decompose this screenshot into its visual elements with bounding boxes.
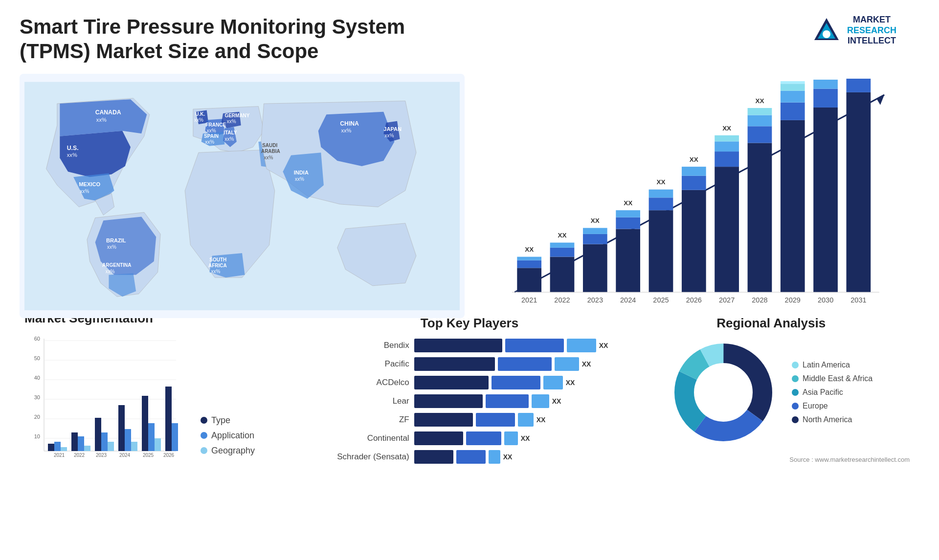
svg-text:2026: 2026	[686, 296, 702, 303]
header: Smart Tire Pressure Monitoring System (T…	[20, 15, 919, 64]
player-row-schrader: Schrader (Sensata) XX	[331, 450, 608, 464]
player-bar-pacific: XX	[414, 357, 608, 371]
svg-rect-64	[715, 141, 739, 151]
legend-dot-application	[201, 432, 207, 439]
reg-label-apac: Asia Pacific	[803, 388, 843, 397]
reg-label-mea: Middle East & Africa	[803, 374, 872, 383]
segmentation-legend: Type Application Geography	[201, 415, 255, 456]
svg-text:40: 40	[34, 375, 40, 381]
svg-rect-114	[48, 444, 54, 451]
legend-dot-geography	[201, 447, 207, 454]
svg-text:JAPAN: JAPAN	[383, 126, 402, 131]
svg-text:XX: XX	[591, 217, 600, 224]
svg-text:2025: 2025	[653, 296, 669, 303]
bar-seg2-bendix	[505, 339, 564, 352]
svg-text:XX: XX	[525, 246, 534, 253]
svg-rect-80	[813, 80, 838, 89]
player-name-continental: Continental	[331, 433, 409, 443]
bar-chart-section: XX XX XX XX XX	[474, 74, 919, 318]
bar-seg2-pacific	[498, 357, 552, 371]
svg-text:xx%: xx%	[194, 117, 203, 123]
svg-text:xx%: xx%	[107, 244, 116, 250]
svg-text:XX: XX	[656, 178, 665, 186]
svg-text:xx%: xx%	[207, 128, 216, 133]
svg-rect-83	[847, 79, 871, 92]
svg-rect-115	[54, 442, 61, 451]
reg-dot-na	[792, 416, 799, 423]
svg-text:xx%: xx%	[264, 154, 273, 160]
svg-rect-82	[847, 92, 871, 292]
regional-legend: Latin America Middle East & Africa Asia …	[792, 361, 872, 424]
svg-text:2029: 2029	[785, 296, 801, 303]
player-name-bendix: Bendix	[331, 341, 409, 350]
reg-label-latin: Latin America	[803, 361, 850, 369]
legend-label-type: Type	[211, 415, 230, 426]
svg-rect-55	[649, 197, 673, 210]
svg-rect-59	[682, 176, 706, 190]
svg-text:AFRICA: AFRICA	[208, 263, 227, 268]
svg-text:ITALY: ITALY	[224, 130, 237, 135]
donut-chart	[670, 339, 777, 446]
player-row-acdelco: ACDelco XX	[331, 376, 608, 389]
svg-rect-58	[682, 190, 706, 292]
svg-text:10: 10	[34, 433, 40, 439]
segmentation-chart-svg: 60 50 40 30 20 10	[24, 334, 181, 471]
svg-text:2024: 2024	[620, 296, 636, 303]
svg-text:CANADA: CANADA	[95, 109, 121, 116]
bar-seg3-pacific	[555, 357, 579, 371]
svg-rect-78	[813, 108, 838, 292]
svg-text:ARABIA: ARABIA	[261, 149, 280, 154]
player-xx-lear: XX	[552, 397, 561, 405]
bar-seg1-schrader	[414, 450, 453, 464]
player-xx-bendix: XX	[599, 342, 608, 349]
regional-section: Regional Analysis	[623, 311, 919, 471]
svg-text:2028: 2028	[752, 296, 767, 303]
svg-rect-39	[517, 260, 541, 268]
svg-rect-134	[165, 387, 172, 451]
svg-rect-75	[781, 84, 805, 91]
player-xx-pacific: XX	[582, 360, 591, 368]
reg-dot-mea	[792, 375, 799, 382]
svg-rect-124	[108, 442, 114, 451]
svg-rect-43	[550, 248, 575, 257]
bar-seg2-continental	[466, 431, 501, 445]
svg-text:2021: 2021	[54, 452, 65, 458]
svg-rect-65	[715, 135, 739, 141]
svg-rect-44	[550, 242, 575, 247]
svg-rect-132	[155, 438, 161, 451]
svg-text:xx%: xx%	[106, 269, 115, 274]
key-players-section: Top Key Players Bendix XX Pacific	[321, 311, 618, 471]
page: Smart Tire Pressure Monitoring System (T…	[0, 0, 939, 560]
svg-rect-126	[118, 405, 125, 451]
svg-text:xx%: xx%	[224, 136, 234, 142]
logo-block: MARKET RESEARCH INTELLECT	[812, 15, 919, 46]
svg-text:xx%: xx%	[227, 119, 236, 124]
reg-legend-apac: Asia Pacific	[792, 388, 872, 397]
player-row-zf: ZF XX	[331, 413, 608, 427]
svg-text:xx%: xx%	[96, 117, 107, 123]
reg-legend-mea: Middle East & Africa	[792, 374, 872, 383]
svg-text:20: 20	[34, 414, 40, 420]
svg-text:U.K.: U.K.	[195, 111, 205, 116]
svg-text:2024: 2024	[119, 452, 131, 458]
bar-seg2-schrader	[456, 450, 486, 464]
svg-rect-63	[715, 151, 739, 167]
svg-rect-62	[715, 167, 739, 292]
reg-legend-latin: Latin America	[792, 361, 872, 369]
reg-label-na: North America	[803, 415, 852, 424]
svg-rect-76	[781, 81, 805, 84]
bar-seg1-zf	[414, 413, 473, 427]
svg-text:XX: XX	[690, 156, 698, 163]
bar-seg3-continental	[504, 431, 518, 445]
svg-rect-68	[748, 126, 772, 143]
svg-text:2031: 2031	[850, 296, 866, 303]
svg-rect-52	[616, 210, 640, 217]
svg-text:FRANCE: FRANCE	[205, 122, 226, 128]
svg-text:2023: 2023	[587, 296, 603, 303]
legend-type: Type	[201, 415, 255, 426]
svg-text:MEXICO: MEXICO	[79, 181, 100, 187]
svg-rect-69	[748, 115, 772, 126]
bar-seg3-bendix	[567, 339, 596, 352]
svg-rect-54	[649, 210, 673, 292]
svg-text:XX: XX	[722, 124, 731, 131]
